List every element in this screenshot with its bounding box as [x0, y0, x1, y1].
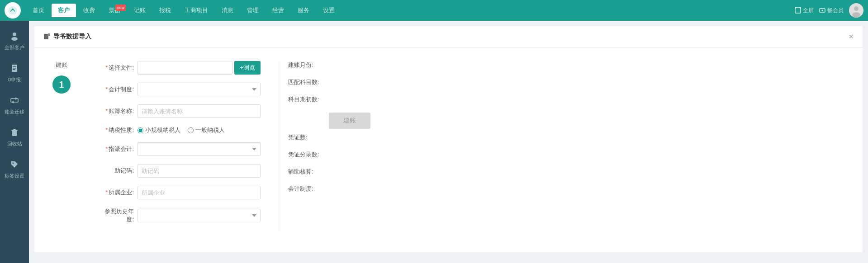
radio-group-tax: 小规模纳税人 一般纳税人 [138, 126, 261, 134]
nav-item-bookkeep[interactable]: 记账 [128, 4, 152, 17]
content-area: 导爷数据导入 × 建账 1 *选择文件: [29, 21, 868, 263]
dialog-body: 建账 1 *选择文件: +浏览 [34, 47, 863, 245]
step-label: 建账 [56, 61, 67, 69]
ledger-label: *账簿名称: [98, 107, 134, 115]
svg-rect-17 [13, 129, 16, 130]
top-navigation: 首页 客户 收费 票据 new 记账 报税 工商项目 消息 管理 经营 服务 设… [0, 0, 868, 21]
vip-button[interactable]: 畅会员 [819, 7, 844, 14]
svg-rect-2 [795, 8, 801, 13]
form-row-history: 参照历史年度: [98, 207, 261, 224]
sidebar-item-migrate[interactable]: 账套迁移 [0, 89, 29, 121]
nav-item-home[interactable]: 首页 [26, 4, 51, 17]
form-row-assign: *指派会计: [98, 142, 261, 156]
info-row-accounting-system: 会计制度: [288, 185, 414, 193]
close-button[interactable]: × [849, 33, 854, 41]
memo-label: 助记码: [98, 167, 134, 175]
aux-label: 辅助核算: [288, 168, 329, 176]
dialog-header: 导爷数据导入 × [34, 26, 863, 47]
period-label: 科目期初数: [288, 95, 329, 103]
memo-input[interactable] [138, 164, 261, 178]
sidebar-item-tag-settings[interactable]: 标签设置 [0, 153, 29, 185]
match-label: 匹配科目数: [288, 78, 329, 86]
file-input-group: +浏览 [138, 61, 261, 75]
form-section: *选择文件: +浏览 *会计制度: [98, 61, 261, 232]
nav-right: 全屏 畅会员 [795, 3, 863, 18]
avatar[interactable] [849, 3, 863, 18]
trash-icon [8, 126, 21, 139]
radio-small-scale[interactable]: 小规模纳税人 [138, 126, 180, 134]
nav-item-settings[interactable]: 设置 [317, 4, 341, 17]
info-row-voucher-entries: 凭证分录数: [288, 150, 414, 159]
dialog-card: 导爷数据导入 × 建账 1 *选择文件: [34, 26, 863, 252]
assign-select[interactable] [138, 142, 261, 156]
accounting-system-label: 会计制度: [288, 185, 329, 193]
info-row-aux: 辅助核算: [288, 168, 414, 176]
sidebar-item-trash[interactable]: 回收站 [0, 121, 29, 153]
fullscreen-button[interactable]: 全屏 [795, 7, 814, 14]
build-button[interactable]: 建账 [329, 113, 370, 129]
nav-item-operation[interactable]: 经营 [266, 4, 290, 17]
form-row-accounting: *会计制度: [98, 83, 261, 96]
sidebar-item-all-clients[interactable]: 全部客户 [0, 24, 29, 56]
sidebar-item-zero-declare[interactable]: 0申报 [0, 56, 29, 89]
nav-item-fee[interactable]: 收费 [77, 4, 101, 17]
svg-rect-14 [11, 99, 18, 102]
svg-rect-16 [11, 130, 18, 131]
nav-item-message[interactable]: 消息 [215, 4, 240, 17]
assign-label: *指派会计: [98, 145, 134, 153]
browse-button[interactable]: +浏览 [234, 61, 261, 75]
import-icon [43, 33, 51, 40]
svg-rect-20 [48, 33, 50, 36]
form-row-memo: 助记码: [98, 164, 261, 178]
radio-general[interactable]: 一般纳税人 [188, 126, 225, 134]
company-input[interactable] [138, 186, 261, 199]
svg-point-18 [13, 163, 14, 164]
svg-point-1 [12, 9, 14, 10]
voucher-label: 凭证数: [288, 133, 329, 141]
nav-item-commerce[interactable]: 工商项目 [178, 4, 214, 17]
info-section: 建账月份: 匹配科目数: 科目期初数: 建账 凭证数: [279, 61, 414, 232]
svg-point-9 [11, 37, 18, 41]
svg-rect-15 [12, 131, 17, 136]
svg-rect-13 [13, 69, 15, 70]
nav-item-invoice[interactable]: 票据 new [102, 4, 127, 17]
nav-item-manage[interactable]: 管理 [241, 4, 265, 17]
svg-rect-19 [44, 34, 48, 39]
ledger-input[interactable] [138, 104, 261, 118]
nav-item-service[interactable]: 服务 [291, 4, 316, 17]
form-row-ledger: *账簿名称: [98, 104, 261, 118]
svg-point-8 [13, 33, 16, 36]
step-area: 建账 1 [52, 61, 71, 232]
svg-rect-11 [13, 66, 16, 67]
nav-items: 首页 客户 收费 票据 new 记账 报税 工商项目 消息 管理 经营 服务 设… [26, 4, 795, 17]
logo [5, 2, 21, 19]
form-row-tax: *纳税性质: 小规模纳税人 一般纳税人 [98, 126, 261, 134]
new-badge: new [115, 5, 126, 11]
history-label: 参照历史年度: [98, 207, 134, 224]
main-layout: 全部客户 0申报 账套迁移 回收站 标签设置 [0, 21, 868, 263]
svg-point-4 [822, 10, 823, 11]
company-label: *所属企业: [98, 188, 134, 197]
form-row-company: *所属企业: [98, 186, 261, 199]
dialog-title: 导爷数据导入 [43, 33, 91, 41]
svg-point-6 [854, 6, 859, 11]
migrate-icon [8, 94, 21, 107]
people-icon [8, 30, 21, 42]
history-select[interactable] [138, 209, 261, 222]
tax-label: *纳税性质: [98, 126, 134, 134]
file-input[interactable] [138, 61, 232, 75]
info-row-match: 匹配科目数: [288, 78, 414, 86]
nav-item-tax[interactable]: 报税 [153, 4, 177, 17]
step-circle: 1 [52, 75, 71, 94]
month-label: 建账月份: [288, 61, 329, 69]
info-row-voucher: 凭证数: [288, 133, 414, 141]
svg-point-7 [852, 12, 860, 18]
svg-rect-12 [13, 68, 16, 69]
accounting-label: *会计制度: [98, 85, 134, 94]
file-label: *选择文件: [98, 64, 134, 72]
file-icon [8, 62, 21, 75]
accounting-select[interactable] [138, 83, 261, 96]
nav-item-client[interactable]: 客户 [52, 4, 76, 17]
info-row-period: 科目期初数: [288, 95, 414, 103]
tag-icon [8, 158, 21, 171]
